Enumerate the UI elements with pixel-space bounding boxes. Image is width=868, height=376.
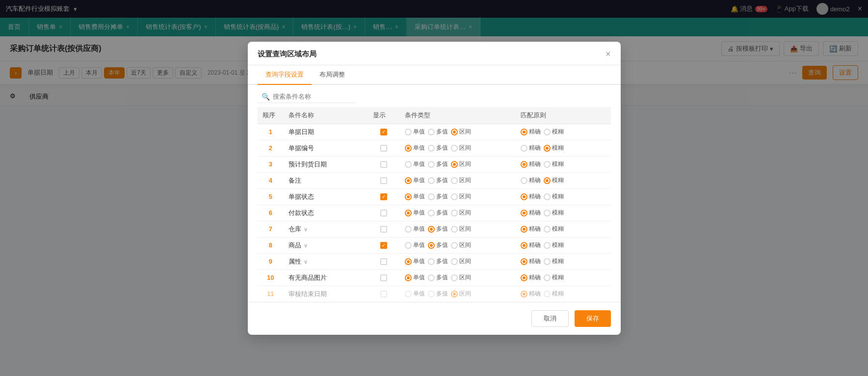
dialog-search-area: 🔍 bbox=[248, 85, 621, 106]
dialog-overlay: 设置查询区域布局 × 查询字段设置 布局调整 🔍 顺序 bbox=[0, 0, 868, 106]
dialog-title: 设置查询区域布局 bbox=[258, 50, 316, 59]
dialog-tab-layout[interactable]: 布局调整 bbox=[312, 65, 353, 85]
search-icon: 🔍 bbox=[262, 93, 270, 101]
dialog-tab-query-fields[interactable]: 查询字段设置 bbox=[258, 65, 312, 85]
settings-dialog: 设置查询区域布局 × 查询字段设置 布局调整 🔍 顺序 bbox=[248, 42, 621, 106]
search-input[interactable] bbox=[273, 93, 351, 100]
dialog-tab-bar: 查询字段设置 布局调整 bbox=[248, 65, 621, 85]
dialog-close-button[interactable]: × bbox=[605, 50, 611, 58]
dialog-header: 设置查询区域布局 × bbox=[248, 42, 621, 65]
dialog-search-box: 🔍 bbox=[258, 91, 356, 103]
